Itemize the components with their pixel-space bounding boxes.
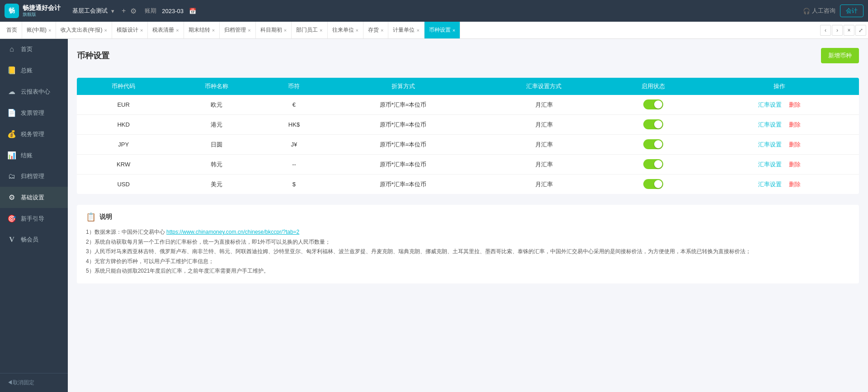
tab-unit[interactable]: 计量单位 × <box>388 22 424 39</box>
delete-link[interactable]: 删除 <box>789 101 801 108</box>
tab-partner-close[interactable]: × <box>356 28 359 33</box>
logo-text-block: 畅捷通好会计 旗舰版 <box>23 4 61 18</box>
tab-unit-close[interactable]: × <box>416 28 419 33</box>
sidebar-guide-label: 新手引导 <box>21 215 44 223</box>
tab-inventory-close[interactable]: × <box>381 28 383 33</box>
support-button[interactable]: 🎧 人工咨询 <box>803 7 835 15</box>
toggle-knob <box>654 160 662 168</box>
tab-period-end-close[interactable]: × <box>212 28 215 33</box>
page-title: 币种设置 <box>77 50 109 61</box>
tab-partner[interactable]: 往来单位 × <box>328 22 363 39</box>
rate-setting-link[interactable]: 汇率设置 <box>758 141 782 148</box>
new-currency-button[interactable]: 新增币种 <box>821 48 859 63</box>
cell-actions: 汇率设置 删除 <box>700 135 859 155</box>
table-row: JPY 日圆 J¥ 原币*汇率=本位币 月汇率 汇率设置 删除 <box>77 135 859 155</box>
account-button[interactable]: 会计 <box>840 5 863 17</box>
tab-dept-staff-label: 部门员工 <box>296 26 318 34</box>
tab-next-button[interactable]: › <box>832 25 843 36</box>
cell-calc: 原币*汇率=本位币 <box>325 155 481 175</box>
enable-toggle[interactable] <box>643 119 663 129</box>
rate-setting-link[interactable]: 汇率设置 <box>758 161 782 168</box>
app-logo-icon: 畅 <box>5 4 19 18</box>
tab-navigation: ‹ › × ⤢ <box>820 25 866 36</box>
sidebar-item-tax[interactable]: 💰 税务管理 <box>0 123 68 145</box>
tab-currency-close[interactable]: × <box>453 28 455 33</box>
cell-calc: 原币*汇率=本位币 <box>325 95 481 115</box>
sidebar-item-reports[interactable]: ☁ 云报表中心 <box>0 81 68 102</box>
note-icon: 📋 <box>86 212 96 222</box>
enable-toggle[interactable] <box>643 179 663 189</box>
sidebar-item-home[interactable]: ⌂ 首页 <box>0 39 68 60</box>
tab-ledger-period-label: 账(中期) <box>27 26 47 34</box>
settings-icon[interactable]: ⚙ <box>130 7 137 15</box>
tab-dept-staff[interactable]: 部门员工 × <box>292 22 327 39</box>
sidebar-item-archive[interactable]: 🗂 归档管理 <box>0 166 68 187</box>
delete-link[interactable]: 删除 <box>789 141 801 148</box>
tab-tax[interactable]: 税表清册 × <box>148 22 184 39</box>
ledger-icon: 📒 <box>7 66 16 75</box>
enable-toggle[interactable] <box>643 159 663 169</box>
tab-template-close[interactable]: × <box>140 28 143 33</box>
sidebar-reports-label: 云报表中心 <box>21 88 50 96</box>
cell-actions: 汇率设置 删除 <box>700 175 859 194</box>
note-title-text: 说明 <box>99 213 112 221</box>
tab-prev-button[interactable]: ‹ <box>820 25 831 36</box>
delete-link[interactable]: 删除 <box>789 181 801 188</box>
sidebar-item-settings[interactable]: ⚙ 基础设置 <box>0 187 68 208</box>
calendar-icon[interactable]: 📅 <box>189 8 196 14</box>
enable-toggle[interactable] <box>643 99 663 109</box>
rate-setting-link[interactable]: 汇率设置 <box>758 181 782 188</box>
sidebar-item-guide[interactable]: 🎯 新手引导 <box>0 208 68 229</box>
rate-setting-link[interactable]: 汇率设置 <box>758 101 782 108</box>
tab-expand-button[interactable]: ⤢ <box>855 25 866 36</box>
tab-income-report-close[interactable]: × <box>104 28 107 33</box>
sidebar-item-invoice[interactable]: 📄 发票管理 <box>0 102 68 123</box>
cell-name: 港元 <box>170 115 263 135</box>
note-link[interactable]: https://www.chinamoney.com.cn/chinese/bk… <box>166 229 299 235</box>
tab-inventory-label: 存货 <box>368 26 379 34</box>
tab-archive[interactable]: 归档管理 × <box>220 22 255 39</box>
unpin-sidebar-button[interactable]: ◀取消固定 <box>0 373 68 392</box>
delete-link[interactable]: 删除 <box>789 161 801 168</box>
tab-tax-close[interactable]: × <box>176 28 179 33</box>
delete-link[interactable]: 删除 <box>789 121 801 128</box>
tab-income-report[interactable]: 收入支出表(年报) × <box>56 22 112 39</box>
add-workspace-icon[interactable]: + <box>122 7 126 15</box>
tab-home[interactable]: 首页 <box>2 22 22 39</box>
note-title: 📋 说明 <box>86 212 850 222</box>
cell-rate-type: 月汇率 <box>481 175 607 194</box>
logo-initials: 畅 <box>9 7 15 15</box>
table-body: EUR 欧元 € 原币*汇率=本位币 月汇率 汇率设置 删除 HKD 港元 HK… <box>77 95 859 194</box>
top-right: 🎧 人工咨询 会计 <box>803 5 863 17</box>
sidebar-invoice-label: 发票管理 <box>21 109 44 117</box>
tab-subject-init-close[interactable]: × <box>284 28 287 33</box>
main-layout: ⌂ 首页 📒 总账 ☁ 云报表中心 📄 发票管理 💰 税务管理 📊 结账 🗂 归… <box>0 39 868 392</box>
tab-template[interactable]: 模版设计 × <box>112 22 148 39</box>
note-list: 1）数据来源：中国外汇交易中心 https://www.chinamoney.c… <box>86 227 850 276</box>
tab-dept-staff-close[interactable]: × <box>320 28 322 33</box>
sidebar-item-settlement[interactable]: 📊 结账 <box>0 145 68 166</box>
cell-toggle <box>607 135 700 155</box>
tab-currency[interactable]: 币种设置 × <box>425 22 460 39</box>
table-row: EUR 欧元 € 原币*汇率=本位币 月汇率 汇率设置 删除 <box>77 95 859 115</box>
cloud-icon: ☁ <box>7 87 16 96</box>
enable-toggle[interactable] <box>643 139 663 149</box>
cell-calc: 原币*汇率=本位币 <box>325 135 481 155</box>
sidebar-item-ledger[interactable]: 📒 总账 <box>0 60 68 81</box>
workspace-dropdown-icon[interactable]: ▾ <box>111 8 114 14</box>
tab-inventory[interactable]: 存货 × <box>363 22 388 39</box>
tab-ledger-period-close[interactable]: × <box>48 28 51 33</box>
sidebar-item-member[interactable]: V 畅会员 <box>0 229 68 250</box>
tab-period-end[interactable]: 期末结转 × <box>184 22 220 39</box>
app-sub: 旗舰版 <box>23 11 61 18</box>
tab-archive-close[interactable]: × <box>248 28 250 33</box>
tab-ledger-period[interactable]: 账(中期) × <box>22 22 56 39</box>
tab-close-all-button[interactable]: × <box>844 25 854 36</box>
table-header: 币种代码 币种名称 币符 折算方式 汇率设置方式 启用状态 操作 <box>77 78 859 95</box>
cell-name: 韩元 <box>170 155 263 175</box>
rate-setting-link[interactable]: 汇率设置 <box>758 121 782 128</box>
note-item: 3）人民币对马来西亚林吉特、俄罗斯卢布、南非兰特、韩元、阿联酋迪拉姆、沙特里亚尔… <box>86 247 850 257</box>
tab-subject-init[interactable]: 科目期初 × <box>256 22 292 39</box>
cell-calc: 原币*汇率=本位币 <box>325 175 481 194</box>
cell-toggle <box>607 175 700 194</box>
